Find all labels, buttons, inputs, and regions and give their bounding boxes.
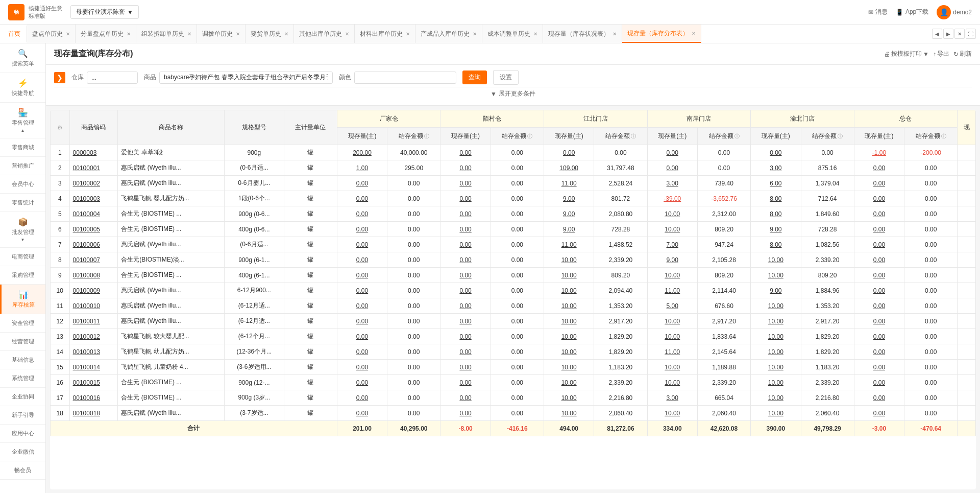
zc-amt-info[interactable]: ⓘ bbox=[941, 133, 946, 139]
cell-yb-qty[interactable]: 0.00 bbox=[751, 145, 801, 160]
cell-code[interactable]: 00100011 bbox=[69, 314, 118, 329]
cell-yb-qty[interactable]: 10.00 bbox=[751, 314, 801, 329]
cell-jb-qty[interactable]: 10.00 bbox=[544, 314, 594, 329]
cell-na-qty[interactable]: 10.00 bbox=[647, 360, 697, 375]
cell-jb-qty[interactable]: 109.00 bbox=[544, 160, 594, 176]
cell-cf-qty[interactable]: 0.00 bbox=[337, 191, 387, 206]
cell-na-qty[interactable]: 10.00 bbox=[647, 406, 697, 421]
cell-code[interactable]: 00100010 bbox=[69, 298, 118, 314]
sidebar-item-retail[interactable]: 🏪 零售管理 ▲ bbox=[0, 103, 45, 138]
tab-partial-stocktake[interactable]: 分量盘点单历史✕ bbox=[76, 25, 136, 43]
cell-na-qty[interactable]: 11.00 bbox=[647, 283, 697, 298]
tab-next-btn[interactable]: ▶ bbox=[943, 29, 953, 39]
refresh-btn[interactable]: ↻ 刷新 bbox=[953, 50, 972, 58]
cell-mc-qty[interactable]: 0.00 bbox=[440, 298, 491, 314]
cell-jb-qty[interactable]: 10.00 bbox=[544, 406, 594, 421]
cell-jb-qty[interactable]: 10.00 bbox=[544, 390, 594, 406]
sidebar-item-apps[interactable]: 应用中心 bbox=[0, 425, 45, 443]
cell-code[interactable]: 00100015 bbox=[69, 375, 118, 390]
cell-yb-qty[interactable]: 10.00 bbox=[751, 268, 801, 283]
cell-cf-qty[interactable]: 0.00 bbox=[337, 237, 387, 252]
cell-zc-qty[interactable]: 0.00 bbox=[854, 283, 904, 298]
tab-close-cost[interactable]: ✕ bbox=[533, 31, 537, 37]
sidebar-item-weixin[interactable]: 企业微信 bbox=[0, 443, 45, 461]
yb-amt-info[interactable]: ⓘ bbox=[838, 133, 843, 139]
cell-yb-qty[interactable]: 10.00 bbox=[751, 406, 801, 421]
tab-assemble[interactable]: 组装拆卸单历史✕ bbox=[136, 25, 197, 43]
tab-request[interactable]: 要货单历史✕ bbox=[246, 25, 294, 43]
cell-code[interactable]: 00100001 bbox=[69, 160, 118, 176]
cell-zc-qty[interactable]: 0.00 bbox=[854, 191, 904, 206]
cell-na-qty[interactable]: 10.00 bbox=[647, 268, 697, 283]
cell-na-qty[interactable]: 9.00 bbox=[647, 252, 697, 268]
cell-mc-qty[interactable]: 0.00 bbox=[440, 252, 491, 268]
cell-mc-qty[interactable]: 0.00 bbox=[440, 329, 491, 344]
cell-yb-qty[interactable]: 3.00 bbox=[751, 160, 801, 176]
cell-code[interactable]: 0000003 bbox=[69, 145, 118, 160]
sidebar-item-marketing[interactable]: 营销推广 bbox=[0, 157, 45, 175]
cell-mc-qty[interactable]: 0.00 bbox=[440, 176, 491, 191]
company-dropdown[interactable]: 母婴行业演示陈套 ▼ bbox=[70, 5, 139, 19]
cell-code[interactable]: 00100005 bbox=[69, 222, 118, 237]
cell-code[interactable]: 00100018 bbox=[69, 406, 118, 421]
tab-stock-dist[interactable]: 现存量（库存分布表）✕ bbox=[622, 25, 701, 43]
cell-cf-qty[interactable]: 0.00 bbox=[337, 222, 387, 237]
tab-home[interactable]: 首页 bbox=[2, 26, 27, 42]
cell-code[interactable]: 00100007 bbox=[69, 252, 118, 268]
cell-na-qty[interactable]: 3.00 bbox=[647, 176, 697, 191]
expand-search-btn[interactable]: ❯ bbox=[54, 72, 65, 83]
cell-mc-qty[interactable]: 0.00 bbox=[440, 237, 491, 252]
cell-jb-qty[interactable]: 0.00 bbox=[544, 145, 594, 160]
cell-yb-qty[interactable]: 10.00 bbox=[751, 375, 801, 390]
cell-zc-qty[interactable]: 0.00 bbox=[854, 237, 904, 252]
tab-close-dispatch[interactable]: ✕ bbox=[236, 31, 240, 37]
cell-cf-qty[interactable]: 0.00 bbox=[337, 206, 387, 222]
cell-jb-qty[interactable]: 10.00 bbox=[544, 344, 594, 360]
sidebar-item-retail-stats[interactable]: 零售统计 bbox=[0, 194, 45, 212]
cell-code[interactable]: 00100009 bbox=[69, 283, 118, 298]
cell-cf-qty[interactable]: 0.00 bbox=[337, 283, 387, 298]
cell-cf-qty[interactable]: 0.00 bbox=[337, 314, 387, 329]
tab-close-produce[interactable]: ✕ bbox=[473, 31, 477, 37]
cell-yb-qty[interactable]: 9.00 bbox=[751, 222, 801, 237]
cell-cf-qty[interactable]: 200.00 bbox=[337, 145, 387, 160]
cell-yb-qty[interactable]: 8.00 bbox=[751, 191, 801, 206]
app-download-btn[interactable]: 📱 App下载 bbox=[896, 8, 928, 16]
cell-zc-qty[interactable]: 0.00 bbox=[854, 160, 904, 176]
cell-zc-qty[interactable]: 0.00 bbox=[854, 329, 904, 344]
setting-btn[interactable]: 设置 bbox=[493, 70, 519, 85]
cell-mc-qty[interactable]: 0.00 bbox=[440, 268, 491, 283]
cell-jb-qty[interactable]: 10.00 bbox=[544, 252, 594, 268]
message-btn[interactable]: ✉ 消息 bbox=[868, 8, 888, 16]
cell-na-qty[interactable]: -39.00 bbox=[647, 191, 697, 206]
cell-jb-qty[interactable]: 11.00 bbox=[544, 176, 594, 191]
cell-zc-qty[interactable]: 0.00 bbox=[854, 344, 904, 360]
tab-stock-status[interactable]: 现存量（库存状况表）✕ bbox=[543, 25, 622, 43]
cell-code[interactable]: 00100014 bbox=[69, 360, 118, 375]
cell-cf-qty[interactable]: 0.00 bbox=[337, 390, 387, 406]
tab-close-dist[interactable]: ✕ bbox=[692, 31, 696, 36]
tab-close-status[interactable]: ✕ bbox=[612, 31, 617, 37]
cell-mc-qty[interactable]: 0.00 bbox=[440, 360, 491, 375]
cell-cf-qty[interactable]: 0.00 bbox=[337, 344, 387, 360]
cell-jb-qty[interactable]: 10.00 bbox=[544, 360, 594, 375]
cell-zc-qty[interactable]: 0.00 bbox=[854, 298, 904, 314]
warehouse-input[interactable] bbox=[87, 72, 138, 84]
cell-yb-qty[interactable]: 10.00 bbox=[751, 390, 801, 406]
cell-na-qty[interactable]: 11.00 bbox=[647, 344, 697, 360]
cell-zc-qty[interactable]: 0.00 bbox=[854, 390, 904, 406]
cell-code[interactable]: 00100003 bbox=[69, 191, 118, 206]
sidebar-item-retail-mall[interactable]: 零售商城 bbox=[0, 138, 45, 157]
cell-na-qty[interactable]: 3.00 bbox=[647, 390, 697, 406]
cell-cf-qty[interactable]: 0.00 bbox=[337, 329, 387, 344]
cell-mc-qty[interactable]: 0.00 bbox=[440, 344, 491, 360]
sidebar-item-finance[interactable]: 资金管理 bbox=[0, 314, 45, 333]
tab-close-other-out[interactable]: ✕ bbox=[345, 31, 349, 37]
cell-zc-qty[interactable]: 0.00 bbox=[854, 360, 904, 375]
goods-input[interactable] bbox=[159, 72, 333, 84]
cell-na-qty[interactable]: 10.00 bbox=[647, 375, 697, 390]
cell-zc-qty[interactable]: 0.00 bbox=[854, 268, 904, 283]
tab-close-all-btn[interactable]: ✕ bbox=[954, 29, 965, 39]
query-btn[interactable]: 查询 bbox=[462, 71, 487, 84]
tab-other-out[interactable]: 其他出库单历史✕ bbox=[294, 25, 355, 43]
